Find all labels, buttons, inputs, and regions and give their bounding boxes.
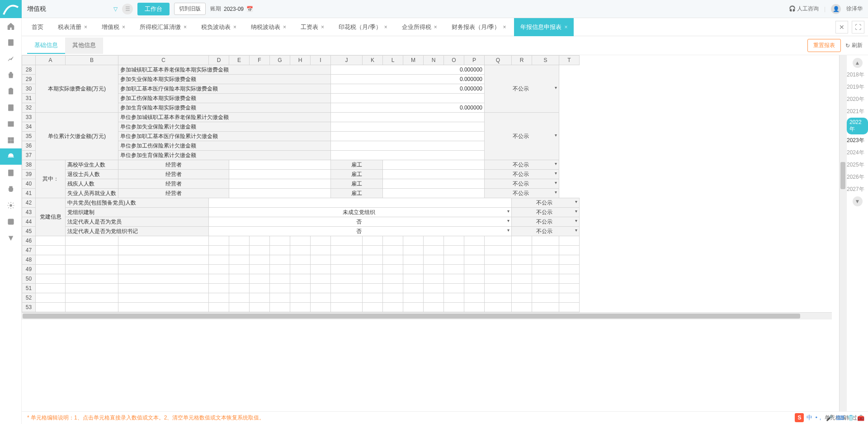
nav-clipboard-icon[interactable] (0, 83, 22, 100)
ime-skin-icon[interactable]: 👕 (847, 414, 854, 421)
g2-val-1[interactable] (331, 122, 485, 132)
tab-8[interactable]: 企业所得税× (396, 18, 443, 36)
row-49[interactable]: 49 (22, 265, 36, 274)
year-up-icon[interactable]: ▲ (853, 58, 863, 68)
col-J[interactable]: J (331, 56, 363, 65)
col-N[interactable]: N (424, 56, 444, 65)
nav-print-icon[interactable] (0, 181, 22, 197)
nav-chart-icon[interactable] (0, 51, 22, 67)
row-28[interactable]: 28 (22, 65, 36, 75)
row-47[interactable]: 47 (22, 246, 36, 255)
tab-close-icon[interactable]: × (384, 24, 387, 30)
col-C[interactable]: C (118, 56, 209, 65)
g1-val-2[interactable]: 0.000000 (331, 84, 485, 94)
row-36[interactable]: 36 (22, 141, 36, 151)
avatar[interactable]: 👤 (831, 4, 841, 14)
g3-disclose-1[interactable]: 不公示 (485, 170, 559, 179)
year-2019年[interactable]: 2019年 (847, 81, 868, 93)
g4-val-2[interactable]: 否 (209, 217, 512, 227)
row-53[interactable]: 53 (22, 303, 36, 312)
row-38[interactable]: 38 (22, 160, 36, 170)
g4-val-3[interactable]: 否 (209, 227, 512, 236)
tab-4[interactable]: 税负波动表× (195, 18, 243, 36)
row-39[interactable]: 39 (22, 170, 36, 179)
tab-1[interactable]: 税表清册× (52, 18, 94, 36)
username[interactable]: 徐泽华 (846, 5, 863, 13)
row-30[interactable]: 30 (22, 84, 36, 94)
col-T[interactable]: T (559, 56, 580, 65)
nav-table-icon[interactable] (0, 116, 22, 132)
nav-grid-icon[interactable] (0, 132, 22, 148)
g4-disclose-0[interactable]: 不公示 (512, 198, 580, 208)
row-34[interactable]: 34 (22, 122, 36, 132)
nav-active-icon[interactable] (0, 148, 22, 165)
row-51[interactable]: 51 (22, 284, 36, 293)
col-H[interactable]: H (290, 56, 311, 65)
col-F[interactable]: F (250, 56, 270, 65)
vertical-scrollbar[interactable] (839, 55, 846, 411)
g2-disclose[interactable]: 不公示 (485, 113, 559, 160)
ime-mic-icon[interactable]: 🎤 (826, 414, 833, 421)
year-2025年[interactable]: 2025年 (847, 159, 868, 171)
g4-disclose-2[interactable]: 不公示 (512, 217, 580, 227)
tabs-expand[interactable]: ⛶ (852, 21, 864, 33)
nav-home-icon[interactable] (0, 18, 22, 34)
row-46[interactable]: 46 (22, 236, 36, 246)
tab-close-icon[interactable]: × (564, 24, 567, 30)
period-value[interactable]: 2023-09 (224, 6, 244, 12)
row-43[interactable]: 43 (22, 208, 36, 217)
g1-val-1[interactable]: 0.000000 (331, 75, 485, 84)
g2-val-0[interactable] (331, 113, 485, 122)
g2-val-3[interactable] (331, 141, 485, 151)
nav-v-icon[interactable] (0, 230, 22, 246)
col-D[interactable]: D (209, 56, 229, 65)
list-icon-button[interactable]: ☰ (122, 4, 133, 14)
tab-close-icon[interactable]: × (233, 24, 236, 30)
year-2021年[interactable]: 2021年 (847, 105, 868, 118)
col-S[interactable]: S (532, 56, 559, 65)
horizontal-scrollbar[interactable] (22, 312, 832, 319)
switch-old-button[interactable]: 切到旧版 (174, 3, 206, 15)
ime-toolbox-icon[interactable]: 🧰 (857, 414, 864, 421)
row-41[interactable]: 41 (22, 189, 36, 198)
tab-close-icon[interactable]: × (184, 24, 187, 30)
g2-val-2[interactable] (331, 132, 485, 141)
col-B[interactable]: B (66, 56, 118, 65)
nav-export-icon[interactable] (0, 165, 22, 181)
col-L[interactable]: L (383, 56, 403, 65)
g4-disclose-3[interactable]: 不公示 (512, 227, 580, 236)
col-I[interactable]: I (311, 56, 331, 65)
subtab-other[interactable]: 其他信息 (65, 38, 103, 54)
row-42[interactable]: 42 (22, 198, 36, 208)
row-45[interactable]: 45 (22, 227, 36, 236)
col-P[interactable]: P (464, 56, 485, 65)
col-A[interactable]: A (36, 56, 66, 65)
ime-logo-icon[interactable]: S (795, 413, 804, 422)
col-G[interactable]: G (270, 56, 290, 65)
tab-2[interactable]: 增值税× (95, 18, 132, 36)
support-link[interactable]: 🎧 人工咨询 (789, 5, 819, 13)
g1-val-4[interactable]: 0.000000 (331, 103, 485, 113)
nav-settings-icon[interactable] (0, 197, 22, 214)
row-29[interactable]: 29 (22, 75, 36, 84)
year-2018年[interactable]: 2018年 (847, 69, 868, 81)
row-37[interactable]: 37 (22, 151, 36, 160)
calendar-icon[interactable]: 📅 (246, 6, 253, 12)
row-31[interactable]: 31 (22, 94, 36, 103)
col-O[interactable]: O (444, 56, 464, 65)
year-down-icon[interactable]: ▼ (853, 196, 863, 206)
year-2020年[interactable]: 2020年 (847, 93, 868, 105)
g4-disclose-1[interactable]: 不公示 (512, 208, 580, 217)
year-2023年[interactable]: 2023年 (847, 134, 868, 147)
row-40[interactable]: 40 (22, 179, 36, 189)
tab-close-icon[interactable]: × (84, 24, 87, 30)
g3-disclose-2[interactable]: 不公示 (485, 179, 559, 189)
year-2024年[interactable]: 2024年 (847, 147, 868, 159)
nav-doc-icon[interactable] (0, 34, 22, 51)
spreadsheet[interactable]: ABCDEFGHIJKLMNOPQRST28本期实际缴费金额(万元)参加城镇职工… (22, 55, 839, 411)
col-M[interactable]: M (403, 56, 424, 65)
tab-close-icon[interactable]: × (503, 24, 506, 30)
row-35[interactable]: 35 (22, 132, 36, 141)
tabs-close-all[interactable]: ✕ (835, 21, 848, 33)
tab-6[interactable]: 工资表× (294, 18, 330, 36)
